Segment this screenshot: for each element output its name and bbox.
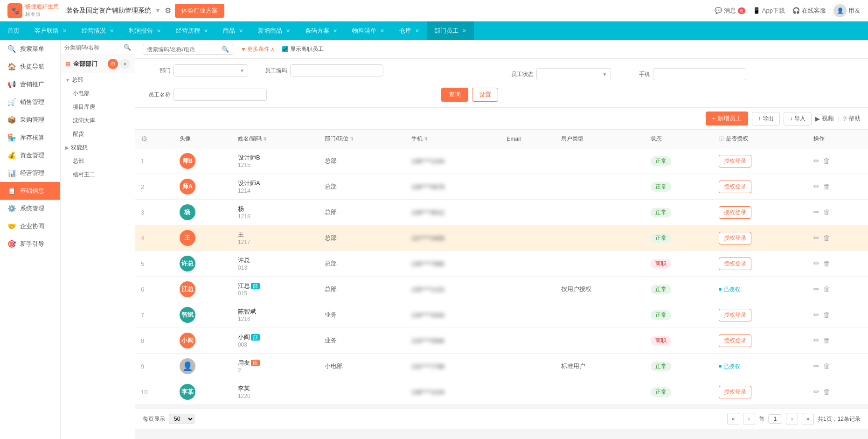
delete-icon[interactable]: 🗑: [823, 336, 830, 345]
query-button[interactable]: 查询: [441, 88, 468, 102]
edit-icon[interactable]: ✏: [813, 259, 819, 268]
sidebar-item-basic[interactable]: 📋 基础信息: [0, 182, 60, 200]
close-icon[interactable]: ✕: [239, 28, 243, 34]
import-button[interactable]: ↓ 导入: [784, 112, 812, 125]
close-icon[interactable]: ✕: [157, 28, 161, 34]
sidebar-item-nav[interactable]: 🏠 快捷导航: [0, 58, 60, 76]
delete-icon[interactable]: 🗑: [823, 311, 830, 319]
sidebar-item-collab[interactable]: 🤝 企业协同: [0, 217, 60, 235]
tab-home[interactable]: 首页: [0, 21, 27, 40]
tree-node-xiaodibu[interactable]: 小电部: [61, 87, 135, 100]
sidebar-item-search[interactable]: 🔍 搜索菜单: [0, 40, 60, 58]
phone-input[interactable]: [653, 68, 746, 80]
search-input[interactable]: [147, 46, 222, 53]
sort-dept[interactable]: 部门/职位 ⇅: [325, 135, 400, 143]
close-icon[interactable]: ✕: [333, 28, 337, 34]
tree-node-peihuo[interactable]: 配货: [61, 127, 135, 141]
tab-department[interactable]: 部门员工✕: [427, 21, 474, 40]
auth-button[interactable]: 授权登录: [719, 334, 751, 347]
sort-phone[interactable]: 手机 ⇅: [411, 135, 495, 143]
tree-add-btn[interactable]: ⚙: [108, 59, 118, 69]
emp-status-select[interactable]: [536, 68, 611, 80]
dept-select[interactable]: [174, 64, 248, 77]
close-icon[interactable]: ✕: [62, 28, 67, 34]
edit-icon[interactable]: ✏: [813, 157, 819, 165]
prev-page-btn[interactable]: ‹: [743, 413, 755, 425]
emp-name-input[interactable]: [174, 89, 267, 101]
trial-button[interactable]: 体验行业方案: [175, 4, 224, 18]
sidebar-item-guide[interactable]: 🎯 新手引导: [0, 235, 60, 253]
close-icon[interactable]: ✕: [110, 28, 114, 34]
tab-new-goods[interactable]: 新增商品✕: [250, 21, 298, 40]
auth-button[interactable]: 授权登录: [719, 232, 751, 244]
tab-bom[interactable]: 物料清单✕: [345, 21, 392, 40]
next-page-btn[interactable]: ›: [786, 413, 798, 425]
auth-button[interactable]: 授权登录: [719, 155, 751, 167]
edit-icon[interactable]: ✏: [813, 208, 819, 216]
delete-icon[interactable]: 🗑: [823, 208, 830, 216]
sidebar-item-marketing[interactable]: 📢 营销推广: [0, 76, 60, 93]
add-employee-button[interactable]: + 新增员工: [706, 111, 749, 125]
sidebar-item-business[interactable]: 📊 经营管理: [0, 164, 60, 182]
sort-name[interactable]: 姓名/编码 ⇅: [238, 135, 313, 143]
close-icon[interactable]: ✕: [204, 28, 208, 34]
set-button[interactable]: 设置: [472, 88, 498, 102]
close-icon[interactable]: ✕: [462, 28, 466, 34]
user-button[interactable]: 👤 用友: [833, 4, 861, 17]
edit-icon[interactable]: ✏: [813, 182, 819, 191]
tree-node-zongbu-root[interactable]: ▼ 总部: [61, 73, 135, 87]
tab-history[interactable]: 经营历程✕: [168, 21, 215, 40]
delete-icon[interactable]: 🗑: [823, 285, 830, 293]
tree-node-zongbu[interactable]: 总部: [61, 154, 135, 168]
more-conditions-btn[interactable]: ▼ 更多条件 ∧: [241, 45, 275, 53]
message-button[interactable]: 💬 消息 6: [715, 7, 745, 15]
delete-icon[interactable]: 🗑: [823, 182, 830, 191]
export-button[interactable]: ↑ 导出: [752, 112, 780, 125]
sidebar-item-sales[interactable]: 🛒 销售管理: [0, 93, 60, 111]
tab-goods[interactable]: 商品✕: [215, 21, 250, 40]
tab-customer[interactable]: 客户联络✕: [27, 21, 74, 40]
show-resigned-toggle[interactable]: 显示离职员工: [282, 45, 324, 53]
config-icon[interactable]: ⚙: [141, 135, 147, 143]
tree-search-input[interactable]: [64, 44, 124, 51]
sidebar-item-inventory[interactable]: 🏪 库存核算: [0, 129, 60, 146]
auth-button[interactable]: 授权登录: [719, 386, 751, 398]
delete-icon[interactable]: 🗑: [823, 388, 830, 396]
edit-icon[interactable]: ✏: [813, 388, 819, 396]
tree-node-project[interactable]: 项目库房: [61, 100, 135, 114]
auth-button[interactable]: 授权登录: [719, 309, 751, 321]
sidebar-item-system[interactable]: ⚙️ 系统管理: [0, 200, 60, 217]
tree-node-shuanglu[interactable]: ▶ 双鹿想: [61, 141, 135, 154]
delete-icon[interactable]: 🗑: [823, 234, 830, 242]
page-size-select[interactable]: 50 100 200: [169, 414, 194, 424]
edit-icon[interactable]: ✏: [813, 234, 819, 242]
help-button[interactable]: ? 帮助: [843, 114, 861, 123]
first-page-btn[interactable]: «: [727, 413, 739, 425]
tree-collapse-btn[interactable]: «: [120, 59, 130, 69]
sidebar-item-purchase[interactable]: 📦 采购管理: [0, 111, 60, 129]
emp-code-input[interactable]: [290, 64, 383, 77]
tab-profit[interactable]: 利润报告✕: [121, 21, 168, 40]
delete-icon[interactable]: 🗑: [823, 259, 830, 268]
video-button[interactable]: ▶ 视频: [815, 114, 834, 123]
app-download-button[interactable]: 📱 App下载: [753, 7, 785, 15]
close-icon[interactable]: ✕: [415, 28, 419, 34]
tab-warehouse[interactable]: 仓库✕: [392, 21, 427, 40]
edit-icon[interactable]: ✏: [813, 336, 819, 345]
show-resigned-checkbox[interactable]: [282, 46, 288, 52]
search-icon[interactable]: 🔍: [222, 46, 229, 53]
delete-icon[interactable]: 🗑: [823, 362, 830, 370]
edit-icon[interactable]: ✏: [813, 362, 819, 370]
auth-button[interactable]: 授权登录: [719, 206, 751, 219]
tree-node-zhicun[interactable]: 植村王二: [61, 168, 135, 181]
last-page-btn[interactable]: »: [802, 413, 814, 425]
close-icon[interactable]: ✕: [286, 28, 290, 34]
tab-barcode[interactable]: 条码方案✕: [298, 21, 345, 40]
sidebar-item-finance[interactable]: 💰 资金管理: [0, 146, 60, 164]
tree-node-shenyang[interactable]: 沈阳大库: [61, 114, 135, 127]
auth-button[interactable]: 授权登录: [719, 181, 751, 193]
online-service-button[interactable]: 🎧 在线客服: [792, 7, 826, 15]
auth-button[interactable]: 授权登录: [719, 258, 751, 270]
close-icon[interactable]: ✕: [380, 28, 384, 34]
tab-operation[interactable]: 经营情况✕: [74, 21, 121, 40]
